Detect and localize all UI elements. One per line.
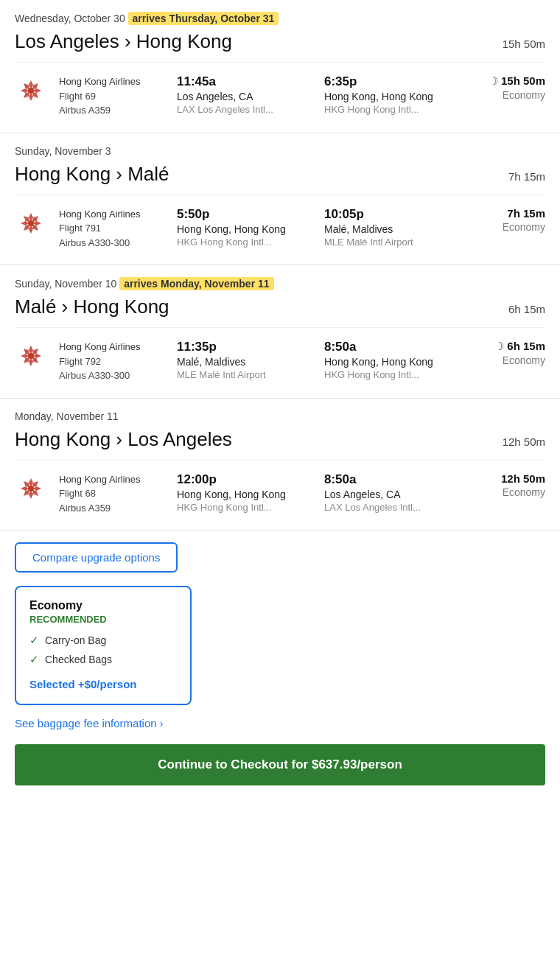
flight-number: Flight 69 bbox=[59, 89, 177, 104]
baggage-fee-link[interactable]: See baggage fee information › bbox=[15, 717, 163, 729]
depart-airport: MLE Malé Intl Airport bbox=[177, 369, 317, 380]
section-total-duration: 12h 50m bbox=[503, 435, 545, 448]
section-date: Monday, November 11 bbox=[15, 410, 545, 422]
flight-duration: 7h 15m bbox=[472, 207, 545, 220]
perk-item: ✓Checked Bags bbox=[29, 653, 177, 666]
arrive-time: 6:35p bbox=[324, 74, 464, 89]
arrive-airport: HKG Hong Kong Intl... bbox=[324, 104, 464, 115]
arrive-time: 8:50a bbox=[324, 340, 464, 354]
checkout-button[interactable]: Continue to Checkout for $637.93/person bbox=[15, 744, 545, 785]
flight-section-2: Sunday, November 3Hong Kong › Malé7h 15m… bbox=[0, 133, 560, 266]
check-icon: ✓ bbox=[29, 653, 39, 666]
flight-info: Hong Kong AirlinesFlight 68Airbus A359 bbox=[59, 472, 177, 516]
depart-airport: HKG Hong Kong Intl... bbox=[177, 502, 317, 513]
flight-number: Flight 791 bbox=[59, 221, 177, 236]
flight-duration: ☽ 6h 15m bbox=[472, 340, 545, 353]
svg-point-2 bbox=[28, 353, 34, 359]
section-route: Malé › Hong Kong bbox=[15, 295, 169, 318]
section-route-row: Malé › Hong Kong6h 15m bbox=[15, 295, 545, 318]
perk-item: ✓Carry-on Bag bbox=[29, 634, 177, 647]
aircraft-type: Airbus A330-300 bbox=[59, 368, 177, 383]
depart-info: 11:35pMalé, MaldivesMLE Malé Intl Airpor… bbox=[177, 340, 324, 380]
flight-section-1: Wednesday, October 30 arrives Thursday, … bbox=[0, 0, 560, 133]
section-route-row: Los Angeles › Hong Kong15h 50m bbox=[15, 30, 545, 53]
section-total-duration: 7h 15m bbox=[508, 170, 545, 183]
overnight-moon-icon: ☽ bbox=[494, 340, 507, 352]
airline-name: Hong Kong Airlines bbox=[59, 207, 177, 222]
depart-city: Hong Kong, Hong Kong bbox=[177, 489, 317, 500]
section-date-row: Wednesday, October 30 arrives Thursday, … bbox=[15, 12, 545, 24]
depart-airport: HKG Hong Kong Intl... bbox=[177, 237, 317, 248]
depart-city: Malé, Maldives bbox=[177, 356, 317, 368]
flight-section-4: Monday, November 11Hong Kong › Los Angel… bbox=[0, 399, 560, 531]
aircraft-type: Airbus A359 bbox=[59, 103, 177, 118]
airline-name: Hong Kong Airlines bbox=[59, 74, 177, 89]
arrive-city: Malé, Maldives bbox=[324, 223, 464, 235]
cabin-class: Economy bbox=[472, 89, 545, 101]
arrive-info: 10:05pMalé, MaldivesMLE Malé Intl Airpor… bbox=[324, 207, 472, 248]
fare-card: EconomyRECOMMENDED✓Carry-on Bag✓Checked … bbox=[15, 586, 192, 705]
arrives-badge: arrives Monday, November 11 bbox=[119, 277, 273, 290]
overnight-moon-icon: ☽ bbox=[489, 74, 501, 87]
section-date-row: Sunday, November 3 bbox=[15, 145, 545, 157]
flight-number: Flight 68 bbox=[59, 486, 177, 501]
arrives-badge: arrives Thursday, October 31 bbox=[128, 12, 279, 25]
flight-duration: ☽ 15h 50m bbox=[472, 74, 545, 88]
flight-duration: 12h 50m bbox=[472, 472, 545, 485]
flight-card: Hong Kong AirlinesFlight 792Airbus A330-… bbox=[15, 327, 545, 398]
aircraft-type: Airbus A359 bbox=[59, 501, 177, 516]
depart-airport: LAX Los Angeles Intl... bbox=[177, 104, 317, 115]
flight-duration-class: 12h 50mEconomy bbox=[472, 472, 545, 498]
depart-info: 5:50pHong Kong, Hong KongHKG Hong Kong I… bbox=[177, 207, 324, 248]
depart-info: 11:45aLos Angeles, CALAX Los Angeles Int… bbox=[177, 74, 324, 115]
compare-upgrade-button[interactable]: Compare upgrade options bbox=[15, 542, 178, 573]
svg-point-3 bbox=[28, 486, 34, 491]
airline-name: Hong Kong Airlines bbox=[59, 340, 177, 354]
arrive-city: Hong Kong, Hong Kong bbox=[324, 356, 464, 368]
bottom-section: Compare upgrade optionsEconomyRECOMMENDE… bbox=[0, 531, 560, 797]
section-total-duration: 6h 15m bbox=[508, 303, 545, 315]
svg-point-1 bbox=[28, 220, 34, 226]
arrive-time: 8:50a bbox=[324, 472, 464, 487]
selected-fare-label: Selected +$0/person bbox=[29, 678, 177, 690]
chevron-right-icon: › bbox=[160, 718, 164, 729]
cabin-class: Economy bbox=[472, 354, 545, 366]
airline-logo bbox=[15, 207, 47, 239]
depart-city: Los Angeles, CA bbox=[177, 91, 317, 102]
cabin-class: Economy bbox=[472, 221, 545, 233]
airline-name: Hong Kong Airlines bbox=[59, 472, 177, 487]
section-route: Hong Kong › Los Angeles bbox=[15, 428, 232, 451]
cabin-class: Economy bbox=[472, 486, 545, 498]
depart-time: 5:50p bbox=[177, 207, 317, 222]
flight-section-3: Sunday, November 10 arrives Monday, Nove… bbox=[0, 265, 560, 399]
fare-class-label: Economy bbox=[29, 599, 177, 612]
arrive-info: 8:50aHong Kong, Hong KongHKG Hong Kong I… bbox=[324, 340, 472, 380]
arrive-time: 10:05p bbox=[324, 207, 464, 222]
depart-time: 11:35p bbox=[177, 340, 317, 354]
section-route: Los Angeles › Hong Kong bbox=[15, 30, 232, 53]
perk-label: Checked Bags bbox=[45, 654, 112, 665]
depart-time: 12:00p bbox=[177, 472, 317, 487]
arrive-airport: MLE Malé Intl Airport bbox=[324, 237, 464, 248]
check-icon: ✓ bbox=[29, 634, 39, 647]
section-total-duration: 15h 50m bbox=[503, 38, 545, 50]
flight-info: Hong Kong AirlinesFlight 791Airbus A330-… bbox=[59, 207, 177, 251]
perk-label: Carry-on Bag bbox=[45, 634, 106, 646]
svg-point-0 bbox=[28, 88, 34, 94]
section-date-row: Sunday, November 10 arrives Monday, Nove… bbox=[15, 277, 545, 290]
airline-logo bbox=[15, 340, 47, 372]
section-date: Sunday, November 10 bbox=[15, 278, 119, 290]
flight-info: Hong Kong AirlinesFlight 792Airbus A330-… bbox=[59, 340, 177, 383]
flight-card: Hong Kong AirlinesFlight 791Airbus A330-… bbox=[15, 195, 545, 265]
depart-city: Hong Kong, Hong Kong bbox=[177, 223, 317, 235]
flight-card: Hong Kong AirlinesFlight 69Airbus A35911… bbox=[15, 62, 545, 133]
section-date: Wednesday, October 30 bbox=[15, 13, 128, 24]
arrive-info: 8:50aLos Angeles, CALAX Los Angeles Intl… bbox=[324, 472, 472, 513]
section-date-row: Monday, November 11 bbox=[15, 410, 545, 422]
flight-card: Hong Kong AirlinesFlight 68Airbus A35912… bbox=[15, 460, 545, 531]
depart-info: 12:00pHong Kong, Hong KongHKG Hong Kong … bbox=[177, 472, 324, 513]
flight-duration-class: ☽ 6h 15mEconomy bbox=[472, 340, 545, 366]
airline-logo bbox=[15, 472, 47, 505]
section-route: Hong Kong › Malé bbox=[15, 163, 169, 186]
flight-duration-class: ☽ 15h 50mEconomy bbox=[472, 74, 545, 101]
